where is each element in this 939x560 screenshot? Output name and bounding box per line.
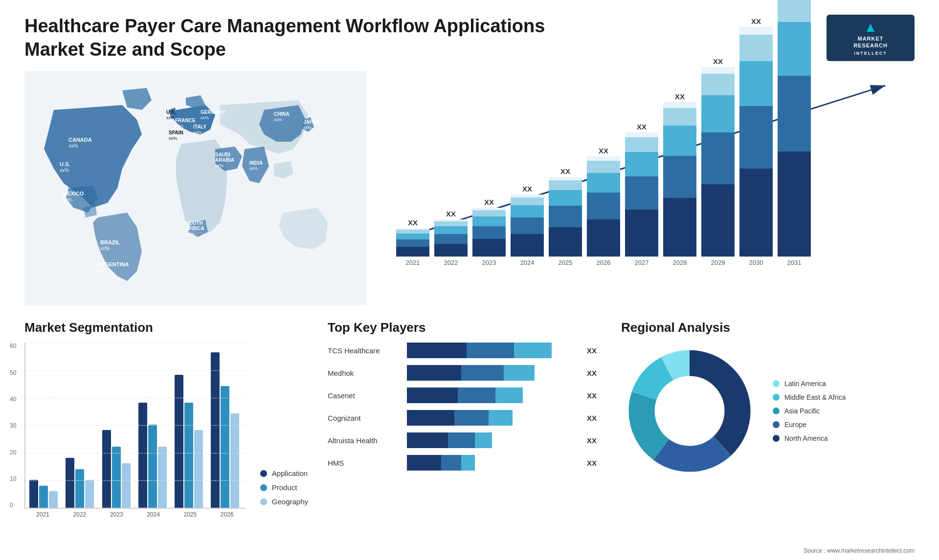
players-list: TCS Healthcare XX Medhok	[328, 343, 602, 471]
svg-text:SAUDI: SAUDI	[215, 152, 230, 157]
player-xx-altruista: XX	[587, 436, 602, 445]
dot-latin-america	[773, 380, 780, 387]
player-xx-casenet: XX	[587, 391, 602, 400]
player-xx-tcs: XX	[587, 346, 602, 355]
player-bar-casenet	[407, 388, 577, 403]
svg-text:ITALY: ITALY	[193, 124, 207, 129]
bar-label-2021: XX	[408, 218, 418, 227]
legend-asia-pacific: Asia Pacific	[773, 407, 846, 415]
svg-text:ARABIA: ARABIA	[215, 157, 234, 163]
logo-icon: ▲	[835, 20, 906, 35]
bottom-row: Market Segmentation 60 50 40 30 20 10 0	[24, 320, 915, 560]
player-xx-cognizant: XX	[587, 414, 602, 422]
svg-text:xx%: xx%	[166, 115, 175, 120]
title-block: Healthcare Payer Care Management Workflo…	[24, 15, 545, 61]
svg-text:SOUTH: SOUTH	[186, 220, 203, 226]
svg-text:ARGENTINA: ARGENTINA	[97, 261, 129, 267]
chart-section: XX 2021 XX	[386, 71, 915, 305]
donut-svg	[621, 343, 758, 479]
seg-bar-geo-2021	[49, 491, 58, 508]
player-bar-cognizant	[407, 410, 577, 426]
player-name-cognizant: Cognizant	[328, 414, 401, 422]
seg-bar-chart-wrap: 60 50 40 30 20 10 0	[24, 343, 246, 518]
legend-dot-product	[260, 484, 267, 491]
seg-bar-prod-2021	[39, 486, 48, 508]
svg-text:xx%: xx%	[249, 166, 258, 171]
bar-2027: XX 2027	[625, 123, 658, 266]
player-casenet: Casenet XX	[328, 388, 602, 403]
bar-2024: XX 2024	[511, 185, 544, 266]
svg-text:U.K.: U.K.	[166, 109, 176, 115]
bar-2026: XX 2026	[587, 147, 620, 266]
seg-bar-app-2021	[29, 480, 38, 508]
legend-geography: Geography	[260, 497, 308, 506]
svg-text:CANADA: CANADA	[68, 137, 92, 143]
legend-europe: Europe	[773, 421, 846, 429]
map-section: CANADA xx% U.S. xx% MEXICO xx% BRAZIL xx…	[24, 71, 367, 305]
svg-text:MEXICO: MEXICO	[63, 191, 84, 196]
bar-chart-bars: XX 2021 XX	[386, 81, 915, 266]
player-medhok: Medhok XX	[328, 365, 602, 381]
seg-chart-area: 60 50 40 30 20 10 0	[24, 343, 308, 518]
seg-x-labels: 2021 2022 2023 2024 2025 2026	[24, 511, 246, 518]
svg-text:INDIA: INDIA	[249, 160, 263, 166]
svg-text:AFRICA: AFRICA	[186, 226, 204, 231]
svg-text:xx%: xx%	[100, 246, 110, 251]
svg-text:xx%: xx%	[69, 143, 78, 149]
dot-north-america	[773, 435, 780, 442]
players-title: Top Key Players	[328, 320, 602, 335]
svg-text:BRAZIL: BRAZIL	[100, 239, 120, 245]
seg-bar-2024	[138, 403, 169, 508]
seg-bar-2022	[66, 458, 96, 508]
seg-bars-container	[24, 343, 246, 509]
bar-2030: XX 2030	[739, 17, 773, 266]
legend-middle-east: Middle East & Africa	[773, 393, 846, 401]
svg-text:U.S.: U.S.	[60, 161, 70, 167]
svg-text:GERMANY: GERMANY	[201, 109, 225, 115]
player-xx-medhok: XX	[587, 369, 602, 377]
player-bar-hms	[407, 455, 577, 471]
bar-2025: XX 2025	[549, 167, 582, 266]
svg-text:xx%: xx%	[169, 136, 177, 141]
player-name-casenet: Casenet	[328, 391, 401, 400]
svg-text:xx%: xx%	[186, 232, 194, 237]
world-map-svg: CANADA xx% U.S. xx% MEXICO xx% BRAZIL xx…	[24, 71, 367, 305]
svg-text:JAPAN: JAPAN	[303, 119, 319, 125]
dot-europe	[773, 421, 780, 428]
player-name-hms: HMS	[328, 459, 401, 467]
legend-north-america: North America	[773, 434, 846, 442]
svg-text:xx%: xx%	[201, 115, 209, 120]
bar-chart-container: XX 2021 XX	[386, 81, 915, 286]
logo-text: MARKETRESEARCHINTELLECT	[835, 35, 906, 56]
svg-text:FRANCE: FRANCE	[175, 118, 196, 123]
player-hms: HMS XX	[328, 455, 602, 471]
seg-bar-2021	[29, 480, 60, 508]
svg-text:CHINA: CHINA	[274, 111, 290, 117]
dot-middle-east	[773, 394, 780, 401]
bar-2023: XX 2023	[472, 198, 506, 266]
player-name-altruista: Altruista Health	[328, 436, 401, 445]
svg-text:xx%: xx%	[63, 197, 72, 202]
svg-text:xx%: xx%	[274, 117, 282, 122]
svg-text:xx%: xx%	[60, 168, 69, 173]
player-tcs: TCS Healthcare XX	[328, 343, 602, 358]
svg-text:xx%: xx%	[303, 125, 312, 130]
regional-section: Regional Analysis	[621, 320, 915, 560]
legend-latin-america: Latin America	[773, 380, 846, 388]
donut-chart	[621, 343, 758, 479]
page-container: Healthcare Payer Care Management Workflo…	[0, 0, 939, 560]
bar-2029: XX 2029	[701, 57, 735, 266]
page-title: Healthcare Payer Care Management Workflo…	[24, 15, 545, 61]
player-name-medhok: Medhok	[328, 369, 401, 377]
svg-text:xx%: xx%	[97, 268, 106, 273]
seg-legend: Application Product Geography	[260, 469, 308, 518]
player-cognizant: Cognizant XX	[328, 410, 602, 426]
regional-title: Regional Analysis	[621, 320, 915, 335]
logo: ▲ MARKETRESEARCHINTELLECT	[827, 15, 915, 61]
donut-container: Latin America Middle East & Africa Asia …	[621, 343, 915, 479]
player-bar-tcs	[407, 343, 577, 358]
bar-2022: XX 2022	[434, 210, 468, 266]
segmentation-title: Market Segmentation	[24, 320, 308, 335]
seg-y-axis: 60 50 40 30 20 10 0	[10, 343, 16, 509]
bar-2028: XX 2028	[663, 92, 696, 266]
